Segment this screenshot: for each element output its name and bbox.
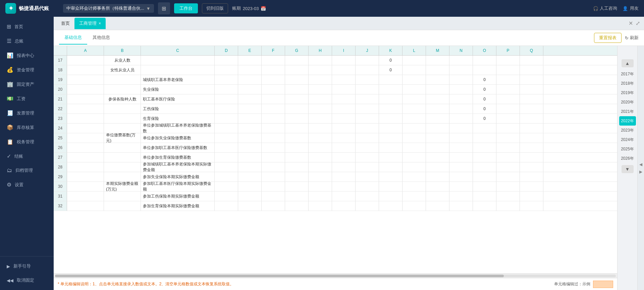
cell-D[interactable] (215, 56, 238, 65)
cell-A[interactable] (67, 75, 104, 84)
cell-H[interactable] (309, 133, 332, 143)
sub-tab-basic-info[interactable]: 基础信息 (59, 31, 87, 45)
cell-K[interactable] (379, 104, 402, 114)
cell-M[interactable] (426, 124, 449, 133)
cell-D[interactable] (215, 85, 238, 94)
cell-Q[interactable] (520, 172, 543, 182)
cell-D[interactable] (215, 192, 238, 201)
cell-B[interactable] (104, 143, 141, 152)
cell-J[interactable] (356, 56, 379, 65)
cell-J[interactable] (356, 133, 379, 143)
cell-N[interactable] (449, 65, 473, 75)
cell-L[interactable] (402, 133, 426, 143)
company-selector[interactable]: 中审众环会计师事务所（特殊普通合伙... ▼ (63, 4, 154, 13)
cell-B[interactable]: 单位缴费基数(万元) (104, 133, 141, 143)
cell-Q[interactable] (520, 143, 543, 152)
cell-F[interactable] (262, 153, 285, 162)
cell-G[interactable] (285, 94, 309, 104)
cell-K[interactable] (379, 85, 402, 94)
cell-J[interactable] (356, 114, 379, 123)
cell-A[interactable] (67, 85, 104, 94)
cell-A[interactable] (67, 201, 104, 211)
cell-F[interactable] (262, 192, 285, 201)
year-item[interactable]: 2020年 (619, 97, 636, 107)
sidebar-item-newuser[interactable]: ▶ 新手引导 (0, 259, 54, 273)
cell-B[interactable] (104, 85, 141, 94)
year-item[interactable]: 2018年 (619, 79, 636, 88)
cell-D[interactable] (215, 75, 238, 84)
tab-business-management[interactable]: 工商管理 × (74, 18, 106, 29)
cell-B[interactable] (104, 114, 141, 123)
cell-Q[interactable] (520, 124, 543, 133)
cell-B[interactable] (104, 162, 141, 172)
cell-E[interactable] (238, 124, 262, 133)
cell-P[interactable] (496, 114, 520, 123)
cell-F[interactable] (262, 124, 285, 133)
cell-A[interactable] (67, 114, 104, 123)
cell-C[interactable]: 参加生育保险本期实际缴费金额 (141, 201, 215, 211)
cell-P[interactable] (496, 201, 520, 211)
cell-G[interactable] (285, 182, 309, 191)
cell-K[interactable] (379, 133, 402, 143)
cell-E[interactable] (238, 143, 262, 152)
cell-F[interactable] (262, 133, 285, 143)
cell-Q[interactable] (520, 104, 543, 114)
cell-C[interactable]: 城镇职工基本养老保险 (141, 75, 215, 84)
cell-M[interactable] (426, 56, 449, 65)
cell-I[interactable] (332, 192, 356, 201)
window-close-button[interactable]: ✕ (629, 20, 633, 26)
cell-N[interactable] (449, 133, 473, 143)
cell-J[interactable] (356, 192, 379, 201)
cell-L[interactable] (402, 201, 426, 211)
cell-A[interactable] (67, 56, 104, 65)
cell-Q[interactable] (520, 94, 543, 104)
cell-P[interactable] (496, 85, 520, 94)
cell-I[interactable] (332, 153, 356, 162)
cell-J[interactable] (356, 85, 379, 94)
cell-C[interactable]: 失业保险 (141, 85, 215, 94)
cell-K[interactable] (379, 75, 402, 84)
cell-H[interactable] (309, 162, 332, 172)
cell-H[interactable] (309, 143, 332, 152)
cell-L[interactable] (402, 94, 426, 104)
cell-M[interactable] (426, 85, 449, 94)
cell-I[interactable] (332, 143, 356, 152)
year-item[interactable]: 2025年 (619, 144, 636, 154)
cell-A[interactable] (67, 133, 104, 143)
cell-N[interactable] (449, 143, 473, 152)
year-item[interactable]: 2026年 (619, 154, 636, 163)
cell-P[interactable] (496, 104, 520, 114)
cell-H[interactable] (309, 192, 332, 201)
cell-I[interactable] (332, 94, 356, 104)
cell-P[interactable] (496, 94, 520, 104)
cell-I[interactable] (332, 85, 356, 94)
cell-D[interactable] (215, 104, 238, 114)
cell-G[interactable] (285, 162, 309, 172)
cell-O[interactable]: 0 (473, 104, 496, 114)
cell-B[interactable] (104, 75, 141, 84)
cell-K[interactable] (379, 114, 402, 123)
sidebar-item-funds[interactable]: 💰 资金管理 (0, 63, 54, 77)
cell-C[interactable]: 单位参加生育保险缴费基数 (141, 153, 215, 162)
cell-C[interactable]: 职工基本医疗保险 (141, 94, 215, 104)
cell-D[interactable] (215, 153, 238, 162)
cell-J[interactable] (356, 65, 379, 75)
cell-Q[interactable] (520, 85, 543, 94)
sidebar-item-settings[interactable]: ⚙ 设置 (0, 177, 54, 192)
cell-I[interactable] (332, 172, 356, 182)
cell-I[interactable] (332, 182, 356, 191)
cell-O[interactable] (473, 124, 496, 133)
cell-M[interactable] (426, 201, 449, 211)
cell-A[interactable] (67, 94, 104, 104)
cell-B[interactable]: 女性从业人员 (104, 65, 141, 75)
cell-M[interactable] (426, 65, 449, 75)
cell-B[interactable]: 参保各险种人数 (104, 94, 141, 104)
cell-P[interactable] (496, 133, 520, 143)
cell-B[interactable] (104, 124, 141, 133)
cell-H[interactable] (309, 124, 332, 133)
cell-K[interactable]: 0 (379, 65, 402, 75)
cell-F[interactable] (262, 114, 285, 123)
cell-O[interactable] (473, 143, 496, 152)
cell-F[interactable] (262, 56, 285, 65)
cell-C[interactable] (141, 65, 215, 75)
